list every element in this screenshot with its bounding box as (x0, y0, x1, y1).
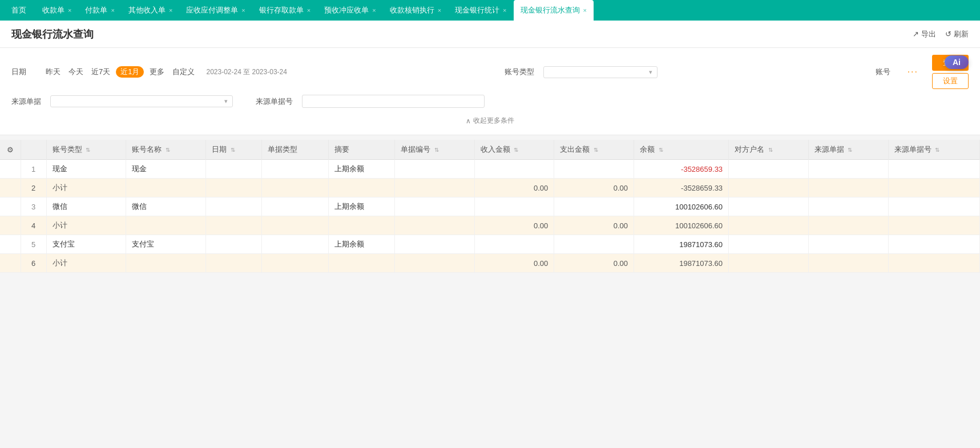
shortcut-yesterday[interactable]: 昨天 (43, 66, 63, 78)
cell-counterpart (729, 216, 809, 235)
nav-other-income[interactable]: 其他收入单 × (122, 0, 179, 21)
col-balance[interactable]: 余额 ⇅ (634, 140, 729, 160)
cell-doc-type (262, 197, 328, 216)
cell-balance: -3528659.33 (634, 179, 729, 197)
filter-row-2: 来源单据 ▾ 来源单据号 (11, 95, 969, 108)
nav-prepay-offset[interactable]: 预收冲应收单 × (317, 0, 382, 21)
source-doc-no-label: 来源单据号 (256, 96, 293, 107)
shortcut-more[interactable]: 更多 (147, 66, 167, 78)
cell-expense: 0.00 (554, 216, 634, 235)
cell-counterpart (729, 197, 809, 216)
refresh-button[interactable]: ↺ 刷新 (945, 29, 969, 39)
cell-gear (0, 179, 21, 197)
date-shortcuts: 昨天 今天 近7天 近1月 更多 自定义 (43, 66, 197, 78)
nav-bank-deposit-label: 银行存取款单 (259, 5, 304, 15)
cell-income (474, 197, 554, 216)
cell-source-doc (808, 235, 888, 254)
table-row: 4 小计 0.00 0.00 100102606.60 (0, 216, 980, 235)
source-doc-label: 来源单据 (11, 96, 41, 107)
ai-button[interactable]: Ai (945, 55, 969, 69)
nav-receipt[interactable]: 收款单 × (35, 0, 78, 21)
nav-ar-ap-label: 应收应付调整单 (186, 5, 238, 15)
cell-doc-no (394, 160, 474, 179)
settings-button[interactable]: 设置 (932, 73, 969, 89)
account-type-select[interactable]: ▾ (543, 66, 658, 78)
nav-cash-bank-stat-close[interactable]: × (503, 7, 506, 14)
cell-summary (328, 179, 394, 197)
nav-receipt-verify-close[interactable]: × (438, 7, 441, 14)
cell-account-name (126, 179, 206, 197)
cell-counterpart (729, 235, 809, 254)
nav-payment[interactable]: 付款单 × (78, 0, 121, 21)
cell-account-name (126, 216, 206, 235)
col-account-name[interactable]: 账号名称 ⇅ (126, 140, 206, 160)
cell-account-type: 微信 (46, 197, 126, 216)
table-container: ⚙ 账号类型 ⇅ 账号名称 ⇅ 日期 ⇅ 单据类型 摘要 单据编号 ⇅ 收入金额… (0, 140, 980, 273)
export-button[interactable]: ↗ 导出 (913, 29, 936, 39)
nav-ar-ap-close[interactable]: × (241, 7, 245, 14)
table-row: 3 微信 微信 上期余额 100102606.60 (0, 197, 980, 216)
col-account-type[interactable]: 账号类型 ⇅ (46, 140, 126, 160)
cell-account-name (126, 254, 206, 273)
cell-account-type: 小计 (46, 254, 126, 273)
cell-account-name: 支付宝 (126, 235, 206, 254)
shortcut-7days[interactable]: 近7天 (89, 66, 112, 78)
collapse-bar[interactable]: ∧ 收起更多条件 (11, 114, 969, 128)
cell-doc-type (262, 235, 328, 254)
cell-income: 0.00 (474, 216, 554, 235)
col-gear[interactable]: ⚙ (0, 140, 21, 160)
cell-counterpart (729, 179, 809, 197)
cell-account-type: 小计 (46, 216, 126, 235)
cell-index: 3 (21, 197, 46, 216)
cell-doc-no (394, 254, 474, 273)
cell-account-type: 现金 (46, 160, 126, 179)
col-counterpart[interactable]: 对方户名 ⇅ (729, 140, 809, 160)
source-doc-select[interactable]: ▾ (50, 95, 233, 107)
col-source-doc-no[interactable]: 来源单据号 ⇅ (888, 140, 980, 160)
cell-expense (554, 160, 634, 179)
source-doc-no-input[interactable] (302, 95, 485, 108)
shortcut-1month[interactable]: 近1月 (116, 66, 144, 78)
nav-payment-label: 付款单 (85, 5, 107, 15)
cell-gear (0, 216, 21, 235)
cell-balance: -3528659.33 (634, 160, 729, 179)
nav-payment-close[interactable]: × (111, 7, 114, 14)
cell-doc-no (394, 197, 474, 216)
nav-cash-bank-stat-label: 现金银行统计 (455, 5, 499, 15)
nav-cash-bank-flow[interactable]: 现金银行流水查询 × (514, 0, 594, 21)
nav-other-income-close[interactable]: × (169, 7, 172, 14)
account-label: 账号 (876, 67, 898, 77)
cell-doc-type (262, 254, 328, 273)
filter-row-1: 日期 昨天 今天 近7天 近1月 更多 自定义 2023-02-24 至 202… (11, 55, 969, 89)
nav-receipt-close[interactable]: × (68, 7, 71, 14)
cell-expense: 0.00 (554, 179, 634, 197)
nav-bank-deposit-close[interactable]: × (307, 7, 310, 14)
shortcut-custom[interactable]: 自定义 (170, 66, 197, 78)
cell-summary (328, 254, 394, 273)
cell-date (205, 254, 261, 273)
cell-gear (0, 235, 21, 254)
collapse-icon: ∧ (466, 117, 471, 125)
nav-receipt-verify[interactable]: 收款核销执行 × (383, 0, 448, 21)
col-source-doc[interactable]: 来源单据 ⇅ (808, 140, 888, 160)
cell-source-doc-no (888, 179, 980, 197)
cell-income (474, 160, 554, 179)
col-income[interactable]: 收入金额 ⇅ (474, 140, 554, 160)
nav-home[interactable]: 首页 (2, 0, 35, 21)
cell-source-doc (808, 216, 888, 235)
col-date[interactable]: 日期 ⇅ (205, 140, 261, 160)
cell-index: 2 (21, 179, 46, 197)
col-expense[interactable]: 支出金额 ⇅ (554, 140, 634, 160)
cell-date (205, 197, 261, 216)
col-doc-no[interactable]: 单据编号 ⇅ (394, 140, 474, 160)
shortcut-today[interactable]: 今天 (66, 66, 86, 78)
nav-ar-ap-adjust[interactable]: 应收应付调整单 × (179, 0, 252, 21)
account-dots-button[interactable]: ··· (908, 67, 918, 77)
nav-bank-deposit[interactable]: 银行存取款单 × (252, 0, 317, 21)
nav-cash-bank-flow-close[interactable]: × (583, 7, 587, 14)
cell-account-name: 微信 (126, 197, 206, 216)
nav-prepay-close[interactable]: × (372, 7, 376, 14)
nav-cash-bank-stat[interactable]: 现金银行统计 × (448, 0, 513, 21)
cell-source-doc-no (888, 235, 980, 254)
cell-source-doc (808, 179, 888, 197)
